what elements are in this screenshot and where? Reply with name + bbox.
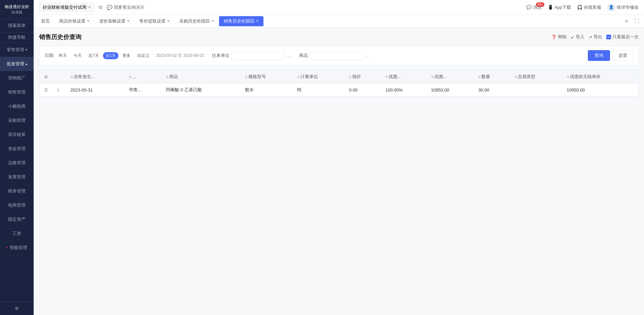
demo-link[interactable]: 💬 我要看实例演示 — [107, 4, 144, 10]
demo-text: 我要看实例演示 — [114, 4, 144, 10]
sidebar-settings-button[interactable]: ⚙ — [0, 302, 34, 315]
sidebar-item-label: 销售管理 — [8, 89, 26, 95]
date-opt-more[interactable]: 更多 — [120, 52, 133, 59]
version-selector[interactable]: 好业财标准版交付试用 ▾ — [39, 3, 94, 12]
col-trans-type[interactable]: ⇅交易类型 — [510, 70, 563, 83]
source-unit-input[interactable] — [231, 51, 285, 60]
sidebar-item-xiaochen[interactable]: 小畅电商 — [0, 99, 34, 113]
source-unit-filter: 往来单位 ... — [212, 51, 291, 60]
filter-actions: 查询 设置 — [588, 50, 633, 61]
source-unit-label: 往来单位 — [212, 53, 229, 59]
import-icon: ↙ — [571, 35, 574, 40]
col-discount1[interactable]: ⇅优惠... — [381, 70, 427, 83]
sidebar-item-smart[interactable]: ● 智能管理 — [0, 241, 34, 255]
sidebar-item-purchase[interactable]: 采购管理 — [0, 113, 34, 128]
sidebar-item-assets[interactable]: 固定资产 — [0, 212, 34, 226]
export-link[interactable]: ↗ 导出 — [588, 34, 602, 40]
topbar: 好业财标准版交付试用 ▾ ⚙ 💬 我要看实例演示 💬 消息 99+ 📱 App下… — [34, 0, 644, 15]
demo-icon: 💬 — [107, 5, 112, 10]
date-opt-today[interactable]: 今天 — [71, 52, 84, 59]
topbar-right: 💬 消息 99+ 📱 App下载 🎧 在线客服 👤 徐泽华修改 — [526, 3, 639, 11]
row-trans-type — [510, 83, 563, 97]
tab-home[interactable]: 首页 — [36, 16, 55, 26]
version-selector-text: 好业财标准版交付试用 — [43, 4, 86, 10]
date-opt-custom[interactable]: 自定义 — [135, 52, 152, 59]
close-icon[interactable]: ✕ — [127, 19, 130, 23]
sidebar-search[interactable]: 搜索菜单 — [0, 19, 34, 32]
date-options: 昨天 今天 近7天 近1月 更多 自定义 — [56, 52, 152, 59]
close-icon[interactable]: ✕ — [256, 19, 259, 23]
app-download-button[interactable]: 📱 App下载 — [548, 4, 571, 10]
query-button[interactable]: 查询 — [588, 50, 610, 61]
date-opt-yesterday[interactable]: 昨天 — [56, 52, 70, 59]
main-area: 好业财标准版交付试用 ▾ ⚙ 💬 我要看实例演示 💬 消息 99+ 📱 App下… — [34, 0, 644, 315]
date-opt-last1m[interactable]: 近1月 — [103, 52, 119, 59]
sidebar-item-ledger[interactable]: 总账管理 — [0, 156, 34, 170]
sidebar-item-label: 固定资产 — [8, 216, 26, 222]
col-quantity[interactable]: ⇅数量 — [474, 70, 510, 83]
online-service-button[interactable]: 🎧 在线客服 — [577, 4, 601, 10]
tabs-end-buttons: ✕ ⛶ — [622, 18, 641, 25]
sidebar-item-inventory[interactable]: 库存核算 — [0, 128, 34, 142]
sidebar-item-finance[interactable]: 资金管理 — [0, 142, 34, 156]
sidebar-logo-text: 畅捷通好业财 — [3, 4, 31, 10]
product-input[interactable] — [310, 51, 364, 60]
tab-product-price[interactable]: 商品价格设置 ✕ — [55, 16, 95, 26]
sidebar-item-label: 采购管理 — [8, 117, 26, 124]
sidebar-item-label: 税务管理 — [8, 188, 26, 194]
date-filter-group: 日期 昨天 今天 近7天 近1月 更多 自定义 2023-05-02 至 202… — [45, 52, 204, 59]
row-gear[interactable]: ☰ — [39, 83, 53, 97]
sidebar-item-retail[interactable]: 零售管理 ▾ — [0, 43, 34, 57]
close-icon[interactable]: ✕ — [87, 19, 90, 23]
col-discount2[interactable]: ⇅优惠... — [427, 70, 474, 83]
sidebar-item-wholesale[interactable]: 批发管理 ▴ — [0, 57, 34, 71]
row-spec: 散水 — [241, 83, 293, 97]
tab-price-strategy[interactable]: 进价策略设置 ✕ — [95, 16, 135, 26]
sidebar-item-sales[interactable]: 销售管理 — [0, 85, 34, 99]
sidebar-item-marketing[interactable]: 营销推广 — [0, 71, 34, 85]
sidebar-item-label: 发票管理 — [8, 174, 26, 180]
tab-sales-history[interactable]: 销售历史价跟踪 ✕ — [219, 16, 263, 26]
sidebar-item-tax[interactable]: 税务管理 — [0, 184, 34, 198]
sidebar-item-invoice[interactable]: 发票管理 — [0, 170, 34, 184]
col-unit[interactable]: ⇅计量单位 — [293, 70, 345, 83]
only-last-checkbox[interactable]: ✓ 只看最后一次 — [606, 34, 639, 40]
tabs-bar: 首页 商品价格设置 ✕ 进价策略设置 ✕ 售价提取设置 ✕ 采购历史价跟踪 ✕ … — [34, 15, 644, 28]
messages-button[interactable]: 💬 消息 99+ — [526, 4, 542, 10]
sidebar-item-label: 批发管理 — [7, 61, 24, 67]
close-icon[interactable]: ✕ — [211, 19, 214, 23]
sidebar-item-ecom[interactable]: 电商管理 — [0, 198, 34, 212]
chevron-up-icon: ▴ — [26, 62, 27, 66]
col-date[interactable]: ⇅业务发生... — [66, 70, 125, 83]
col-num — [53, 70, 66, 83]
source-unit-ellipsis[interactable]: ... — [287, 53, 291, 58]
settings-button[interactable]: 设置 — [613, 50, 633, 61]
expand-tab-button[interactable]: ⛶ — [633, 18, 641, 25]
col-more[interactable]: ⇅... — [125, 70, 162, 83]
gear-icon[interactable]: ⚙ — [98, 4, 103, 10]
import-link[interactable]: ↙ 导入 — [571, 34, 584, 40]
col-price[interactable]: ⇅报价 — [345, 70, 381, 83]
sidebar-nav[interactable]: 快捷导航 — [0, 32, 34, 43]
help-link[interactable]: ❓ 帮助 — [551, 34, 567, 40]
close-icon[interactable]: ✕ — [167, 19, 170, 23]
date-opt-last7[interactable]: 近7天 — [86, 52, 102, 59]
row-num: 1 — [53, 83, 66, 97]
date-filter-label: 日期 — [45, 53, 53, 59]
sidebar-item-label: 总账管理 — [8, 160, 26, 166]
only-last-label: 只看最后一次 — [612, 34, 639, 40]
col-gear[interactable]: ⚙ — [39, 70, 53, 83]
user-menu[interactable]: 👤 徐泽华修改 — [607, 3, 639, 11]
page-title: 销售历史价查询 — [39, 33, 81, 41]
tab-purchase-history[interactable]: 采购历史价跟踪 ✕ — [175, 16, 219, 26]
tab-price-extract[interactable]: 售价提取设置 ✕ — [135, 16, 175, 26]
row-quantity: 30.00 — [474, 83, 510, 97]
row-pretax-price: 10950.00 — [563, 83, 638, 97]
sidebar-logo: 畅捷通好业财 标准版 — [0, 0, 34, 19]
col-spec[interactable]: ⇅规格型号 — [241, 70, 293, 83]
product-ellipsis[interactable]: ... — [366, 53, 369, 58]
col-pretax-price[interactable]: ⇅优惠前无税单价 — [563, 70, 638, 83]
sidebar-item-salary[interactable]: 工资 — [0, 226, 34, 241]
col-product[interactable]: ⇅商品 — [162, 70, 241, 83]
close-tab-button[interactable]: ✕ — [622, 18, 631, 25]
